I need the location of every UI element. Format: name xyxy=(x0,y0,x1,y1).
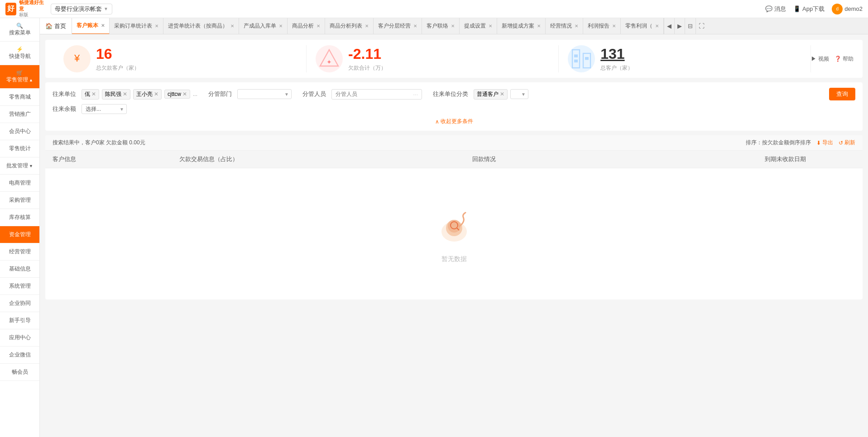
sidebar-item-label: 电商管理 xyxy=(3,179,37,187)
sidebar-item-operations[interactable]: 经营管理 xyxy=(0,243,39,261)
sidebar-item-inventory[interactable]: 库存核算 xyxy=(0,209,39,226)
export-btn[interactable]: ⬇ 导出 xyxy=(816,139,833,147)
remove-tag-1[interactable]: ✕ xyxy=(91,91,96,97)
sidebar-item-quick-nav[interactable]: ⚡ 快捷导航 xyxy=(0,42,39,65)
filter-more-btn[interactable]: ... xyxy=(193,91,197,97)
stat-icon-total-customers xyxy=(568,45,595,72)
sidebar-item-retail-stats[interactable]: 零售统计 xyxy=(0,140,39,157)
tab-retail-profit[interactable]: 零售利润（ ✕ xyxy=(621,18,664,34)
th-debt-info: 欠款交易信息（占比） xyxy=(179,155,472,163)
result-summary: 搜索结果中，客户0家 欠款金额 0.00元 xyxy=(53,139,145,147)
tab-operations[interactable]: 经营情况 ✕ xyxy=(546,18,583,34)
sidebar-item-member-plus[interactable]: 畅会员 xyxy=(0,364,39,381)
sidebar-item-retail[interactable]: 🛒 零售管理 ▲ xyxy=(0,65,39,89)
tab-fullscreen[interactable]: ⛶ xyxy=(695,18,707,34)
tab-nav-more[interactable]: ⊟ xyxy=(685,18,695,34)
tab-inbound-stats[interactable]: 进货单统计表（按商品） ✕ xyxy=(163,18,239,34)
tab-close-icon[interactable]: ✕ xyxy=(655,24,659,28)
remove-tag-3[interactable]: ✕ xyxy=(154,91,158,97)
collapse-icon: ∧ xyxy=(435,119,439,125)
store-selector[interactable]: 母婴行业演示帐套 ▼ xyxy=(51,4,112,14)
tab-close-icon[interactable]: ✕ xyxy=(101,23,105,28)
app-icon: 📱 xyxy=(793,5,801,12)
tab-customer-seg[interactable]: 客户分层经营 ✕ xyxy=(374,18,422,34)
filter-tag-2[interactable]: 陈民强 ✕ xyxy=(102,89,130,100)
tab-close-icon[interactable]: ✕ xyxy=(317,24,320,28)
tab-product-inbound[interactable]: 产成品入库单 ✕ xyxy=(239,18,288,34)
svg-rect-6 xyxy=(574,54,578,57)
collapse-btn[interactable]: ∧ 收起更多条件 xyxy=(435,118,473,125)
sidebar-item-retail-mall[interactable]: 零售商城 xyxy=(0,89,39,106)
tab-close-icon[interactable]: ✕ xyxy=(451,24,455,28)
sidebar-item-finance[interactable]: 资金管理 xyxy=(0,226,39,243)
app-download-btn[interactable]: 📱 App下载 xyxy=(793,5,825,13)
sidebar-item-wholesale[interactable]: 批发管理 ▼ xyxy=(0,157,39,175)
sidebar-item-basic-info[interactable]: 基础信息 xyxy=(0,261,39,278)
remove-tag-unit-class[interactable]: ✕ xyxy=(500,91,504,97)
retail-icon: 🛒 xyxy=(3,70,37,76)
top-header: 好 畅捷通好生意 标版 母婴行业演示帐套 ▼ 💬 消息 📱 App下载 d de… xyxy=(0,0,868,18)
unit-class-select[interactable] xyxy=(510,89,528,99)
tab-home[interactable]: 🏠 首页 xyxy=(40,18,72,34)
refresh-btn[interactable]: ↺ 刷新 xyxy=(839,139,855,147)
sidebar-item-marketing[interactable]: 营销推广 xyxy=(0,106,39,123)
remove-tag-2[interactable]: ✕ xyxy=(123,91,127,97)
tab-nav-next[interactable]: ▶ xyxy=(674,18,685,34)
svg-text:¥: ¥ xyxy=(74,52,80,64)
search-icon: 🔍 xyxy=(3,23,37,29)
query-button[interactable]: 查询 xyxy=(829,88,855,100)
tab-close-icon[interactable]: ✕ xyxy=(489,24,492,28)
sidebar-item-search[interactable]: 🔍 搜索菜单 xyxy=(0,18,39,42)
sidebar-item-enterprise[interactable]: 企业协同 xyxy=(0,295,39,312)
main-layout: 🔍 搜索菜单 ⚡ 快捷导航 🛒 零售管理 ▲ 零售商城 营销推广 会员中心 零售… xyxy=(0,18,868,437)
help-btn[interactable]: ❓ 帮助 xyxy=(834,55,854,63)
sidebar-item-label: 零售商城 xyxy=(3,93,37,101)
tab-customer-book[interactable]: 客户账本 ✕ xyxy=(72,18,110,34)
remove-tag-4[interactable]: ✕ xyxy=(182,91,187,97)
dept-select[interactable] xyxy=(237,89,292,99)
stat-label-debt: 欠款合计（万） xyxy=(348,64,386,72)
sidebar-item-ecommerce[interactable]: 电商管理 xyxy=(0,175,39,192)
filter-tag-unit-class[interactable]: 普通客户 ✕ xyxy=(474,89,508,100)
tab-purchase-order-stats[interactable]: 采购订单统计表 ✕ xyxy=(110,18,163,34)
sidebar-item-system[interactable]: 系统管理 xyxy=(0,278,39,295)
tab-product-analysis-list[interactable]: 商品分析列表 ✕ xyxy=(325,18,374,34)
sidebar-item-new-user[interactable]: 新手引导 xyxy=(0,312,39,329)
filter-tag-4[interactable]: cjttcw ✕ xyxy=(164,90,190,99)
tab-close-icon[interactable]: ✕ xyxy=(279,24,283,28)
sidebar-item-app-center[interactable]: 应用中心 xyxy=(0,329,39,347)
tab-new-promotion-plan[interactable]: 新增提成方案 ✕ xyxy=(497,18,546,34)
chevron-icon: ▲ xyxy=(29,78,33,82)
message-btn[interactable]: 💬 消息 xyxy=(765,5,786,13)
tab-close-icon[interactable]: ✕ xyxy=(537,24,541,28)
tab-customer-contact[interactable]: 客户联络 ✕ xyxy=(422,18,460,34)
person-input-wrap: ··· xyxy=(331,89,422,100)
sidebar-item-enterprise-wechat[interactable]: 企业微信 xyxy=(0,347,39,364)
filter-tag-1[interactable]: 佤 ✕ xyxy=(82,89,99,100)
tab-close-icon[interactable]: ✕ xyxy=(575,24,578,28)
tab-close-icon[interactable]: ✕ xyxy=(612,24,616,28)
balance-select[interactable]: 选择... xyxy=(82,104,127,114)
person-input[interactable] xyxy=(336,91,413,97)
tab-close-icon[interactable]: ✕ xyxy=(155,24,158,28)
tab-label: 利润报告 xyxy=(588,22,609,30)
tab-profit-report[interactable]: 利润报告 ✕ xyxy=(583,18,621,34)
tab-close-icon[interactable]: ✕ xyxy=(413,24,417,28)
video-btn[interactable]: ▶ 视频 xyxy=(811,55,829,63)
tab-product-analysis[interactable]: 商品分析 ✕ xyxy=(288,18,325,34)
tab-nav-prev[interactable]: ◀ xyxy=(664,18,674,34)
filter-label-dept: 分管部门 xyxy=(208,90,232,98)
sidebar-item-label: 应用中心 xyxy=(3,334,37,342)
user-avatar-btn[interactable]: d demo2 xyxy=(832,4,863,14)
sidebar-item-purchase[interactable]: 采购管理 xyxy=(0,192,39,209)
sidebar-item-members[interactable]: 会员中心 xyxy=(0,123,39,140)
filter-tag-3[interactable]: 王小亮 ✕ xyxy=(133,89,162,100)
tab-label: 客户账本 xyxy=(77,22,98,29)
tab-close-icon[interactable]: ✕ xyxy=(365,24,369,28)
tab-promotion-settings[interactable]: 提成设置 ✕ xyxy=(460,18,497,34)
svg-rect-8 xyxy=(585,57,589,60)
sort-label[interactable]: 排序：按欠款金额倒序排序 xyxy=(746,139,811,147)
tab-close-icon[interactable]: ✕ xyxy=(230,24,234,28)
tab-label: 商品分析列表 xyxy=(330,22,362,30)
user-name: demo2 xyxy=(844,5,863,12)
